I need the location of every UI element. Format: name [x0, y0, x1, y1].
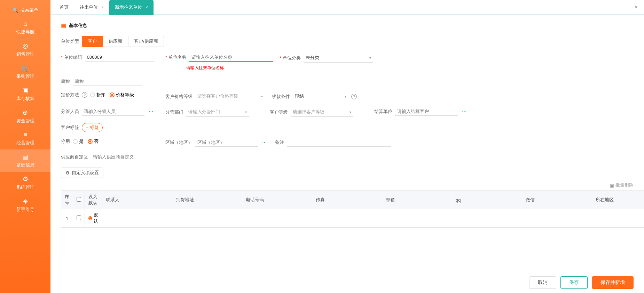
select-all-checkbox[interactable] — [77, 197, 81, 202]
tab-new-partner[interactable]: 新增往来单位 × — [109, 0, 154, 15]
finance-icon: ⊕ — [23, 109, 28, 116]
row-wechat[interactable] — [522, 209, 592, 228]
purchase-icon: 🛒 — [22, 64, 29, 72]
sidebar: 🔍 搜索菜单 ⌂ 快捷导航 ◎ 销售管理 🛒 采购管理 ▣ 库存核算 ⊕ 资金管… — [0, 0, 50, 293]
search-menu-label: 搜索菜单 — [20, 7, 38, 13]
unit-category-select[interactable]: 未分类 ▾ — [304, 53, 373, 63]
sidebar-item-operation[interactable]: ≡ 经营管理 — [0, 128, 50, 149]
disabled-radio-no[interactable]: 否 — [88, 138, 99, 145]
payment-terms-help-icon[interactable]: ? — [351, 94, 357, 99]
cancel-button[interactable]: 取消 — [529, 276, 556, 289]
row-email[interactable] — [382, 209, 452, 228]
sidebar-item-quick-nav[interactable]: ⌂ 快捷导航 — [0, 17, 50, 39]
manager-group: 分管人员 ··· — [61, 107, 158, 116]
form-row-manager: 分管人员 ··· 分管部门 请输入分管部门 ▾ 客户等级 请选择客户等级 ▾ 结… — [61, 107, 634, 117]
region-input[interactable] — [195, 138, 258, 147]
manager-more-btn[interactable]: ··· — [147, 108, 155, 115]
sidebar-item-system[interactable]: ⚙ 系统管理 — [0, 172, 50, 194]
content-area: ▣ 基本信息 单位类型 客户 供应商 客户/供应商 单位编码 单位名称 — [50, 15, 644, 272]
contact-input[interactable] — [106, 214, 168, 222]
search-menu[interactable]: 🔍 搜索菜单 — [0, 3, 50, 17]
tab-new-partner-close[interactable]: × — [146, 5, 148, 10]
unit-code-input[interactable] — [85, 53, 155, 62]
save-button[interactable]: 保存 — [560, 276, 588, 289]
disabled-radio-yes[interactable]: 是 — [73, 138, 84, 145]
inventory-icon: ▣ — [22, 87, 28, 94]
form-row-supplier-custom: 供应商自定义 — [61, 153, 634, 161]
settlement-unit-group: 结算单位 ··· — [374, 107, 472, 116]
manager-input[interactable] — [82, 107, 144, 116]
window-close-button[interactable]: × — [632, 3, 641, 12]
short-name-input[interactable] — [73, 77, 142, 86]
department-label: 分管部门 — [165, 109, 183, 115]
row-seq: 1 — [61, 209, 73, 228]
payment-terms-select[interactable]: 现结 ▾ — [293, 92, 348, 101]
pricing-radio-level[interactable]: 价格等级 — [110, 92, 134, 98]
chevron-down-icon3: ▾ — [345, 95, 346, 98]
custom-settings-icon: ⚙ — [65, 170, 70, 176]
customer-level-select[interactable]: 请选择客户等级 ▾ — [291, 107, 353, 117]
system-icon: ⚙ — [23, 175, 28, 183]
customer-price-level-select[interactable]: 请选择客户价格等级 ▾ — [195, 92, 265, 101]
unit-type-supplier-btn[interactable]: 供应商 — [103, 36, 128, 47]
chevron-down-icon5: ▾ — [350, 110, 351, 114]
row-region[interactable] — [592, 209, 644, 228]
region-more-btn[interactable]: ··· — [261, 139, 268, 146]
payment-terms-group: 收款条件 现结 ▾ ? — [272, 92, 369, 101]
email-input[interactable] — [386, 214, 448, 222]
address-input[interactable] — [176, 214, 238, 222]
save-new-button[interactable]: 保存并新增 — [592, 276, 634, 289]
sales-icon: ◎ — [23, 42, 28, 50]
row-checkbox[interactable] — [73, 209, 85, 228]
customer-price-level-label: 客户价格等级 — [165, 93, 193, 100]
payment-terms-value: 现结 — [295, 93, 343, 99]
fax-input[interactable] — [316, 214, 378, 222]
sidebar-item-purchase[interactable]: 🛒 采购管理 — [0, 61, 50, 83]
qq-input[interactable] — [456, 214, 518, 222]
row-region-input[interactable] — [596, 214, 644, 222]
sidebar-item-finance[interactable]: ⊕ 资金管理 — [0, 105, 50, 128]
pricing-radio-group: 折扣 价格等级 — [90, 92, 134, 98]
unit-type-both-btn[interactable]: 客户/供应商 — [128, 36, 164, 47]
phone-input[interactable] — [246, 214, 308, 222]
settlement-unit-more-btn[interactable]: ··· — [461, 108, 468, 115]
customer-price-level-group: 客户价格等级 请选择客户价格等级 ▾ — [165, 92, 265, 101]
add-tag-icon: + — [86, 125, 88, 130]
row-default[interactable]: 默认 — [85, 209, 102, 228]
sidebar-item-sales[interactable]: ◎ 销售管理 — [0, 39, 50, 61]
col-region: 所在地区 — [592, 191, 644, 209]
tab-home[interactable]: 首页 — [54, 0, 74, 15]
pricing-radio-discount[interactable]: 折扣 — [90, 92, 105, 98]
unit-type-customer-btn[interactable]: 客户 — [82, 36, 103, 47]
supplier-custom-input[interactable] — [91, 153, 160, 161]
sidebar-item-guide[interactable]: ◈ 新手引导 — [0, 194, 50, 216]
col-contact: 联系人 — [102, 191, 172, 209]
add-tag-btn[interactable]: + 标签 — [82, 123, 103, 132]
row-fax[interactable] — [312, 209, 382, 228]
tab-partners[interactable]: 往来单位 × — [74, 0, 109, 15]
remark-label: 备注 — [275, 139, 284, 146]
row-qq[interactable] — [452, 209, 522, 228]
remark-input[interactable] — [287, 138, 391, 147]
col-email: 邮箱 — [382, 191, 452, 209]
customer-tag-group: 客户标签 + 标签 — [61, 123, 158, 132]
tab-bar: 首页 往来单位 × 新增往来单位 × × — [50, 0, 644, 15]
col-checkbox[interactable] — [73, 191, 85, 209]
row-checkbox-input[interactable] — [77, 215, 81, 220]
unit-name-input[interactable] — [189, 53, 273, 62]
batch-delete-label[interactable]: 批量删除 — [615, 182, 634, 188]
wechat-input[interactable] — [526, 214, 588, 222]
pricing-help-icon[interactable]: ? — [82, 92, 87, 98]
row-address[interactable] — [172, 209, 242, 228]
department-select[interactable]: 请输入分管部门 ▾ — [186, 107, 249, 117]
tab-partners-close[interactable]: × — [101, 5, 104, 10]
batch-delete-icon: ▣ — [610, 183, 614, 188]
main-area: 首页 往来单位 × 新增往来单位 × × ▣ 基本信息 单位类型 客户 供应商 … — [50, 0, 644, 293]
row-phone[interactable] — [242, 209, 312, 228]
sidebar-item-basic[interactable]: ▤ 基础信息 — [0, 149, 50, 172]
form-row-customer-tag: 客户标签 + 标签 — [61, 123, 634, 132]
row-contact[interactable] — [102, 209, 172, 228]
settlement-unit-input[interactable] — [395, 107, 458, 116]
sidebar-item-inventory[interactable]: ▣ 库存核算 — [0, 83, 50, 105]
custom-settings-button[interactable]: ⚙ 自定义项设置 — [61, 168, 103, 178]
